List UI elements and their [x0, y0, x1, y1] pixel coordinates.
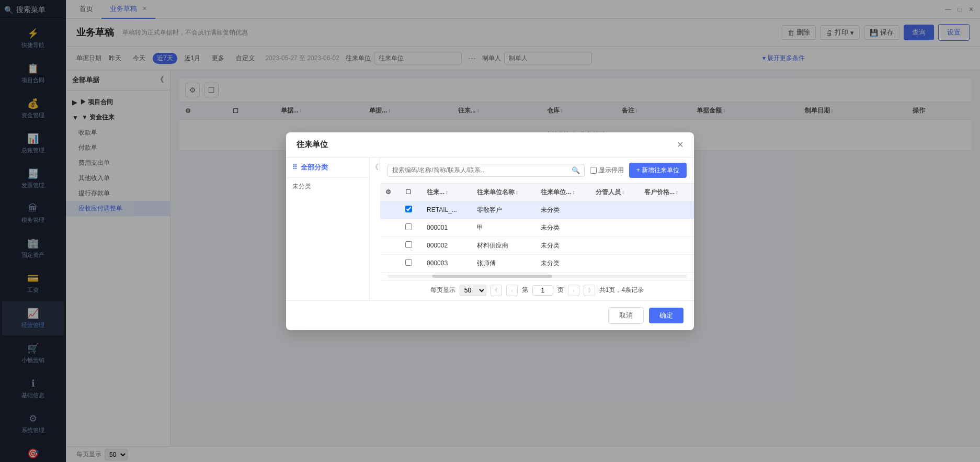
- row-checkbox[interactable]: [400, 236, 421, 254]
- row-price-level: [639, 201, 694, 219]
- dialog-col-category[interactable]: 往来单位...↕: [535, 184, 590, 201]
- dialog-col-name[interactable]: 往来单位名称↕: [472, 184, 535, 201]
- dialog-category-uncategorized[interactable]: 未分类: [286, 178, 369, 195]
- dialog-toolbar: 🔍 显示停用 + 新增往来单位: [380, 157, 694, 184]
- dialog-table: ⚙ ☐ 往来...↕ 往来单位名称↕ 往来单位...↕ 分管人员↕ 客户价格..…: [380, 184, 694, 273]
- page-input[interactable]: [532, 285, 553, 296]
- dialog-col-settings[interactable]: ⚙: [380, 184, 400, 201]
- row-code: 000002: [421, 236, 472, 254]
- confirm-button[interactable]: 确定: [649, 308, 683, 323]
- dialog-body: ⠿ 全部分类 未分类 《 🔍: [286, 157, 694, 300]
- row-settings: [380, 201, 400, 219]
- dialog-left-header: ⠿ 全部分类: [286, 157, 369, 178]
- per-page-select[interactable]: 50 10 20 100: [460, 285, 486, 296]
- dialog-col-checkbox[interactable]: ☐: [400, 184, 421, 201]
- dialog-col-price-level[interactable]: 客户价格...↕: [639, 184, 694, 201]
- dialog-col-salesperson[interactable]: 分管人员↕: [590, 184, 639, 201]
- row-salesperson: [590, 219, 639, 236]
- dialog-header: 往来单位 ✕: [286, 132, 694, 157]
- show-disabled-checkbox-label[interactable]: 显示停用: [590, 166, 624, 175]
- row-category: 未分类: [535, 201, 590, 219]
- dialog-title: 往来单位: [297, 140, 328, 150]
- dialog-close-btn[interactable]: ✕: [677, 140, 683, 150]
- dialog-search-box: 🔍: [388, 164, 585, 177]
- row-price-level: [639, 254, 694, 272]
- row-code: RETAIL_...: [421, 201, 472, 219]
- dialog-left-title: 全部分类: [301, 163, 328, 172]
- row-name: 材料供应商: [472, 236, 535, 254]
- row-settings: [380, 219, 400, 236]
- grid-icon: ⠿: [292, 163, 298, 171]
- row-name: 甲: [472, 219, 535, 236]
- dialog-search-input[interactable]: [392, 166, 568, 174]
- row-name: 零散客户: [472, 201, 535, 219]
- row-checkbox[interactable]: [400, 201, 421, 219]
- dialog-right-panel: 🔍 显示停用 + 新增往来单位 ⚙ ☐: [380, 157, 694, 300]
- row-price-level: [639, 236, 694, 254]
- add-partner-btn[interactable]: + 新增往来单位: [629, 163, 687, 178]
- dialog-scrollbar[interactable]: [388, 275, 687, 278]
- row-name: 张师傅: [472, 254, 535, 272]
- cancel-button[interactable]: 取消: [608, 307, 644, 324]
- show-disabled-checkbox[interactable]: [590, 167, 597, 174]
- row-code: 000003: [421, 254, 472, 272]
- dialog-table-row[interactable]: 000002 材料供应商 未分类: [380, 236, 694, 254]
- row-settings: [380, 254, 400, 272]
- dialog-table-row[interactable]: 000003 张师傅 未分类: [380, 254, 694, 272]
- row-category: 未分类: [535, 254, 590, 272]
- dialog-table-row[interactable]: 000001 甲 未分类: [380, 219, 694, 236]
- dialog-left-toggle-btn[interactable]: 《: [370, 157, 380, 172]
- row-salesperson: [590, 254, 639, 272]
- dialog-scrollbar-thumb[interactable]: [432, 275, 552, 278]
- dialog-footer: 取消 确定: [286, 300, 694, 330]
- page-label-right: 页: [557, 286, 564, 295]
- dialog-pagination: 每页显示 50 10 20 100 ⟪ ‹ 第 页 › ⟫ 共1页，4条记录: [380, 280, 694, 300]
- row-salesperson: [590, 201, 639, 219]
- total-info: 共1页，4条记录: [599, 286, 644, 295]
- dialog-left-panel: ⠿ 全部分类 未分类: [286, 157, 370, 300]
- partner-dialog: 往来单位 ✕ ⠿ 全部分类 未分类 《: [286, 132, 694, 330]
- row-code: 000001: [421, 219, 472, 236]
- dialog-table-wrap: ⚙ ☐ 往来...↕ 往来单位名称↕ 往来单位...↕ 分管人员↕ 客户价格..…: [380, 184, 694, 273]
- next-page-btn[interactable]: ›: [568, 285, 579, 296]
- page-label-left: 第: [522, 286, 528, 295]
- dialog-col-code[interactable]: 往来...↕: [421, 184, 472, 201]
- per-page-label: 每页显示: [430, 286, 455, 295]
- dialog-overlay: 往来单位 ✕ ⠿ 全部分类 未分类 《: [0, 0, 980, 462]
- row-category: 未分类: [535, 236, 590, 254]
- first-page-btn[interactable]: ⟪: [491, 285, 502, 296]
- prev-page-btn[interactable]: ‹: [506, 285, 518, 296]
- search-icon: 🔍: [572, 166, 580, 174]
- row-category: 未分类: [535, 219, 590, 236]
- last-page-btn[interactable]: ⟫: [584, 285, 595, 296]
- row-checkbox[interactable]: [400, 254, 421, 272]
- row-settings: [380, 236, 400, 254]
- dialog-table-row[interactable]: RETAIL_... 零散客户 未分类: [380, 201, 694, 219]
- row-price-level: [639, 219, 694, 236]
- row-checkbox[interactable]: [400, 219, 421, 236]
- row-salesperson: [590, 236, 639, 254]
